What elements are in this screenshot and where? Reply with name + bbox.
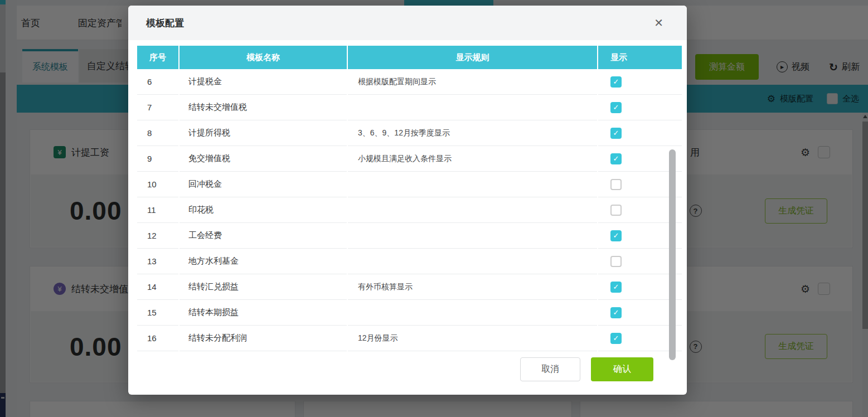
row-rule bbox=[348, 249, 597, 274]
modal-scrollbar-thumb[interactable] bbox=[669, 149, 676, 360]
table-row: 13 地方水利基金 bbox=[137, 249, 682, 274]
template-config-modal: 模板配置 ✕ 序号 模板名称 显示规则 显示 6 计提税金 根据模版配置期间显示… bbox=[128, 6, 687, 395]
table-row: 9 免交增值税 小规模且满足收入条件显示 ✓ bbox=[137, 146, 682, 172]
table-header-row: 序号 模板名称 显示规则 显示 bbox=[137, 46, 682, 69]
table-row: 16 结转未分配利润 12月份显示 ✓ bbox=[137, 326, 682, 351]
row-rule: 根据模版配置期间显示 bbox=[348, 69, 597, 95]
table-row: 12 工会经费 ✓ bbox=[137, 223, 682, 249]
confirm-button[interactable]: 确认 bbox=[591, 357, 653, 381]
row-rule bbox=[348, 95, 597, 120]
row-no: 8 bbox=[137, 120, 178, 146]
row-no: 9 bbox=[137, 146, 178, 172]
row-checkbox[interactable]: ✓ bbox=[610, 102, 622, 113]
row-rule: 12月份显示 bbox=[348, 326, 597, 351]
row-checkbox[interactable] bbox=[610, 256, 622, 267]
row-name: 印花税 bbox=[180, 197, 347, 223]
row-checkbox[interactable] bbox=[610, 205, 622, 216]
row-checkbox[interactable]: ✓ bbox=[610, 76, 622, 88]
header-rule: 显示规则 bbox=[348, 46, 597, 69]
close-icon[interactable]: ✕ bbox=[651, 17, 667, 29]
table-row: 15 结转本期损益 ✓ bbox=[137, 300, 682, 326]
row-checkbox[interactable]: ✓ bbox=[610, 282, 622, 293]
row-no: 10 bbox=[137, 172, 178, 197]
row-rule bbox=[348, 223, 597, 249]
row-no: 16 bbox=[137, 326, 178, 351]
row-rule bbox=[348, 197, 597, 223]
row-name: 回冲税金 bbox=[180, 172, 347, 197]
row-no: 14 bbox=[137, 274, 178, 300]
row-checkbox[interactable]: ✓ bbox=[610, 333, 622, 344]
row-rule bbox=[348, 172, 597, 197]
header-no: 序号 bbox=[137, 46, 178, 69]
header-name: 模板名称 bbox=[180, 46, 347, 69]
row-rule: 3、6、9、12月按季度显示 bbox=[348, 120, 597, 146]
table-row: 6 计提税金 根据模版配置期间显示 ✓ bbox=[137, 69, 682, 95]
template-table: 序号 模板名称 显示规则 显示 6 计提税金 根据模版配置期间显示 ✓ 7 结转… bbox=[136, 46, 677, 351]
row-checkbox[interactable]: ✓ bbox=[610, 307, 622, 318]
row-checkbox[interactable]: ✓ bbox=[610, 128, 622, 139]
row-name: 结转汇兑损益 bbox=[180, 274, 347, 300]
row-name: 免交增值税 bbox=[180, 146, 347, 172]
modal-titlebar: 模板配置 ✕ bbox=[128, 6, 687, 40]
row-name: 计提税金 bbox=[180, 69, 347, 95]
row-no: 6 bbox=[137, 69, 178, 95]
row-no: 11 bbox=[137, 197, 178, 223]
row-name: 结转未分配利润 bbox=[180, 326, 347, 351]
row-checkbox[interactable]: ✓ bbox=[610, 153, 622, 164]
table-row: 14 结转汇兑损益 有外币核算显示 ✓ bbox=[137, 274, 682, 300]
table-row: 11 印花税 bbox=[137, 197, 682, 223]
cancel-button[interactable]: 取消 bbox=[520, 357, 580, 381]
table-row: 7 结转未交增值税 ✓ bbox=[137, 95, 682, 120]
template-table-body: 6 计提税金 根据模版配置期间显示 ✓ 7 结转未交增值税 ✓ 8 计提所得税 … bbox=[137, 69, 682, 351]
row-checkbox[interactable] bbox=[610, 179, 622, 190]
modal-title: 模板配置 bbox=[146, 17, 184, 30]
row-name: 结转本期损益 bbox=[180, 300, 347, 326]
row-rule bbox=[348, 300, 597, 326]
header-show: 显示 bbox=[598, 46, 682, 69]
row-no: 15 bbox=[137, 300, 178, 326]
row-rule: 有外币核算显示 bbox=[348, 274, 597, 300]
row-no: 12 bbox=[137, 223, 178, 249]
row-name: 地方水利基金 bbox=[180, 249, 347, 274]
row-no: 7 bbox=[137, 95, 178, 120]
table-row: 8 计提所得税 3、6、9、12月按季度显示 ✓ bbox=[137, 120, 682, 146]
row-name: 计提所得税 bbox=[180, 120, 347, 146]
row-rule: 小规模且满足收入条件显示 bbox=[348, 146, 597, 172]
row-checkbox[interactable]: ✓ bbox=[610, 230, 622, 241]
row-no: 13 bbox=[137, 249, 178, 274]
table-row: 10 回冲税金 bbox=[137, 172, 682, 197]
row-name: 结转未交增值税 bbox=[180, 95, 347, 120]
row-name: 工会经费 bbox=[180, 223, 347, 249]
